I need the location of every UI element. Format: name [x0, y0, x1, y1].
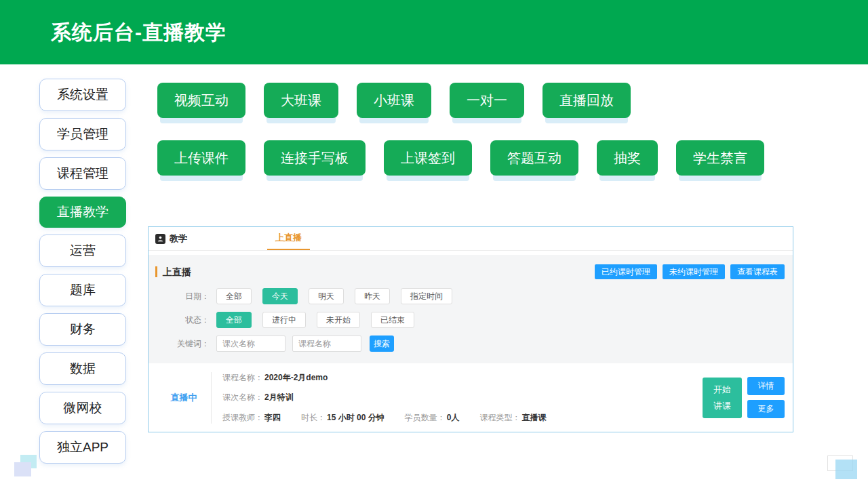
mute-students-button[interactable]: 学生禁言 [676, 140, 764, 176]
session-name-value: 2月特训 [264, 392, 294, 403]
course-status-badge: 直播中 [157, 392, 211, 404]
search-button[interactable]: 搜索 [370, 336, 394, 352]
sidebar-item-data[interactable]: 数据 [39, 352, 126, 385]
teacher-pair: 授课教师：李四 [222, 412, 281, 424]
large-class-button[interactable]: 大班课 [264, 83, 338, 118]
sidebar-item-micro-school[interactable]: 微网校 [39, 392, 126, 424]
page-title: 系统后台-直播教学 [51, 0, 226, 64]
students-pair: 学员数量：0人 [405, 412, 460, 424]
live-replay-button[interactable]: 直播回放 [542, 83, 631, 118]
view-timetable-button[interactable]: 查看课程表 [730, 264, 785, 279]
teacher-label: 授课教师： [222, 413, 263, 422]
date-option-yesterday[interactable]: 昨天 [355, 288, 390, 304]
sidebar-item-operations[interactable]: 运营 [39, 235, 126, 267]
panel-tabbar: 教学 上直播 [149, 227, 793, 251]
sidebar-item-finance[interactable]: 财务 [39, 313, 126, 346]
small-class-button[interactable]: 小班课 [357, 83, 431, 118]
session-name-label: 课次名称： [222, 392, 263, 403]
status-option-ended[interactable]: 已结束 [371, 312, 414, 328]
sidebar-item-standalone-app[interactable]: 独立APP [39, 431, 126, 464]
students-label: 学员数量： [405, 413, 446, 422]
date-filter-row: 日期： 全部 今天 明天 昨天 指定时间 [167, 288, 793, 304]
course-details: 课程名称： 2020年-2月demo 课次名称： 2月特训 授课教师：李四 时长… [211, 372, 566, 424]
duration-value: 15 小时 00 分钟 [327, 413, 384, 422]
one-on-one-button[interactable]: 一对一 [450, 83, 524, 118]
course-name-input[interactable] [292, 336, 361, 352]
page: 系统后台-直播教学 系统设置 学员管理 课程管理 直播教学 运营 题库 财务 数… [0, 0, 868, 488]
course-name-label: 课程名称： [222, 372, 263, 384]
admin-panel: 教学 上直播 上直播 已约课时管理 未约课时管理 查看课程表 日期： 全部 [148, 226, 793, 432]
sidebar-item-course-management[interactable]: 课程管理 [39, 157, 126, 190]
session-name-input[interactable] [216, 336, 285, 352]
decor-square-blue [835, 460, 857, 479]
section-title: 上直播 [155, 266, 191, 277]
date-option-all[interactable]: 全部 [216, 288, 252, 304]
feature-row-2: 上传课件 连接手写板 上课签到 答题互动 抽奖 学生禁言 [157, 140, 802, 176]
keyword-filter-label: 关键词： [167, 338, 210, 350]
app-title: 教学 [170, 232, 187, 245]
start-teaching-button[interactable]: 开始讲课 [703, 378, 742, 418]
feature-row-1: 视频互动 大班课 小班课 一对一 直播回放 [157, 83, 802, 118]
tab-go-live[interactable]: 上直播 [267, 227, 310, 250]
lottery-button[interactable]: 抽奖 [597, 140, 658, 176]
status-option-not-started[interactable]: 未开始 [317, 312, 360, 328]
sidebar-item-live-teaching[interactable]: 直播教学 [39, 197, 126, 228]
class-signin-button[interactable]: 上课签到 [384, 140, 472, 176]
section-header-buttons: 已约课时管理 未约课时管理 查看课程表 [595, 264, 785, 279]
teaching-app-icon [155, 234, 165, 244]
app-identity: 教学 [149, 227, 187, 250]
keyword-filter-row: 关键词： 搜索 [167, 336, 793, 352]
date-filter-label: 日期： [167, 291, 210, 302]
feature-buttons: 视频互动 大班课 小班课 一对一 直播回放 上传课件 连接手写板 上课签到 答题… [157, 83, 802, 176]
students-value: 0人 [447, 413, 460, 422]
status-filter-label: 状态： [167, 314, 210, 326]
course-meta-line: 授课教师：李四 时长：15 小时 00 分钟 学员数量：0人 课程类型：直播课 [222, 412, 566, 424]
video-interaction-button[interactable]: 视频互动 [157, 83, 245, 118]
detail-button[interactable]: 详情 [747, 377, 785, 395]
course-type-value: 直播课 [521, 413, 546, 422]
course-name-line: 课程名称： 2020年-2月demo [222, 372, 566, 384]
top-banner: 系统后台-直播教学 [0, 0, 868, 64]
date-options: 全部 今天 明天 昨天 指定时间 [216, 288, 452, 304]
status-option-ongoing[interactable]: 进行中 [262, 312, 306, 328]
status-options: 全部 进行中 未开始 已结束 [216, 312, 414, 328]
unbooked-lessons-button[interactable]: 未约课时管理 [663, 264, 725, 279]
course-name-value: 2020年-2月demo [264, 372, 328, 384]
secondary-actions: 详情 更多 [747, 377, 785, 418]
filters: 日期： 全部 今天 明天 昨天 指定时间 状态： 全部 进行中 未开始 [167, 288, 793, 352]
section-header: 上直播 已约课时管理 未约课时管理 查看课程表 [149, 255, 793, 279]
connect-tablet-button[interactable]: 连接手写板 [264, 140, 366, 176]
date-option-today[interactable]: 今天 [262, 288, 298, 304]
more-button[interactable]: 更多 [747, 400, 785, 418]
panel-body: 上直播 已约课时管理 未约课时管理 查看课程表 日期： 全部 今天 明天 昨天 … [149, 255, 793, 363]
sidebar-item-question-bank[interactable]: 题库 [39, 274, 126, 306]
course-type-label: 课程类型： [479, 413, 520, 422]
date-option-custom[interactable]: 指定时间 [401, 288, 452, 304]
course-row: 直播中 课程名称： 2020年-2月demo 课次名称： 2月特训 授课教师：李… [149, 363, 793, 432]
status-filter-row: 状态： 全部 进行中 未开始 已结束 [167, 312, 793, 328]
sidebar-item-system-settings[interactable]: 系统设置 [39, 79, 126, 111]
sidebar-item-student-management[interactable]: 学员管理 [39, 118, 126, 150]
sidebar: 系统设置 学员管理 课程管理 直播教学 运营 题库 财务 数据 微网校 独立AP… [39, 79, 126, 464]
course-actions: 开始讲课 详情 更多 [703, 377, 785, 418]
date-option-tomorrow[interactable]: 明天 [309, 288, 344, 304]
type-pair: 课程类型：直播课 [479, 412, 546, 424]
duration-pair: 时长：15 小时 00 分钟 [301, 412, 384, 424]
session-name-line: 课次名称： 2月特训 [222, 392, 566, 403]
teacher-value: 李四 [264, 413, 281, 422]
status-option-all[interactable]: 全部 [216, 312, 252, 328]
booked-lessons-button[interactable]: 已约课时管理 [595, 264, 657, 279]
decor-square-lavender [14, 462, 31, 476]
upload-courseware-button[interactable]: 上传课件 [157, 140, 245, 176]
duration-label: 时长： [301, 413, 326, 422]
quiz-interaction-button[interactable]: 答题互动 [490, 140, 578, 176]
